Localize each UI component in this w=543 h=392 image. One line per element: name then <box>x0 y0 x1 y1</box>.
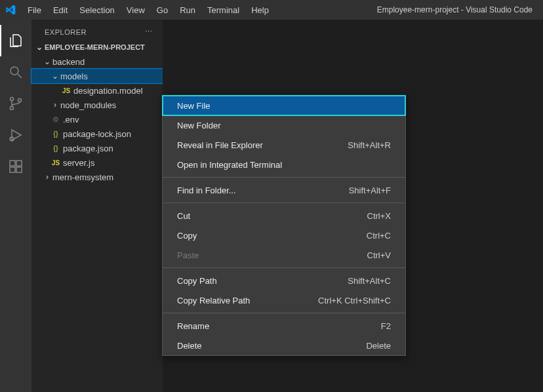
context-menu-shortcut: Ctrl+X <box>367 211 391 221</box>
activity-run-debug[interactable] <box>0 119 31 151</box>
menu-file[interactable]: File <box>22 3 47 18</box>
file-package-json[interactable]: {} package.json <box>31 141 163 155</box>
context-menu-shortcut: Delete <box>366 341 391 351</box>
svg-line-1 <box>18 74 22 78</box>
gear-icon: ⚙ <box>50 115 62 124</box>
context-menu-item[interactable]: Copy PathShift+Alt+C <box>163 271 405 290</box>
sidebar-title: EXPLORER <box>45 28 87 36</box>
folder-label: backend <box>52 57 85 67</box>
vscode-logo-icon <box>5 5 16 15</box>
context-menu-item: PasteCtrl+V <box>163 245 405 265</box>
activity-extensions[interactable] <box>0 151 31 182</box>
context-menu-shortcut: Ctrl+C <box>367 231 391 241</box>
svg-rect-8 <box>16 167 22 172</box>
context-menu-shortcut: Shift+Alt+F <box>349 186 391 195</box>
file-label: .env <box>63 115 79 125</box>
activity-bar <box>0 20 31 392</box>
file-tree: ⌄ EMPLOYEE-MERN-PROJECT ⌄ backend ⌄ mode… <box>31 40 163 184</box>
context-menu-label: New File <box>177 101 211 111</box>
context-menu-item[interactable]: Copy Relative PathCtrl+K Ctrl+Shift+C <box>163 290 405 310</box>
context-menu-label: Rename <box>177 321 209 331</box>
js-icon: JS <box>60 87 72 94</box>
context-menu-label: Find in Folder... <box>177 186 236 195</box>
context-menu-separator <box>163 177 405 178</box>
menu-run[interactable]: Run <box>174 3 201 18</box>
sidebar-header: EXPLORER ⋯ <box>31 24 163 40</box>
context-menu-label: Paste <box>177 250 199 260</box>
context-menu-item[interactable]: CutCtrl+X <box>163 206 405 225</box>
chevron-right-icon: › <box>42 172 52 182</box>
context-menu-label: Cut <box>177 211 190 221</box>
extensions-icon <box>8 159 24 174</box>
svg-point-2 <box>10 98 14 101</box>
activity-search[interactable] <box>0 56 31 88</box>
context-menu-shortcut: Shift+Alt+C <box>348 276 391 286</box>
context-menu-separator <box>163 313 405 313</box>
context-menu-item[interactable]: RenameF2 <box>163 316 405 336</box>
folder-label: mern-emsystem <box>52 172 113 182</box>
braces-icon: {} <box>50 144 62 152</box>
context-menu-shortcut: F2 <box>381 321 391 331</box>
tree-section[interactable]: ⌄ EMPLOYEE-MERN-PROJECT <box>31 40 163 54</box>
folder-node-modules[interactable]: › node_modules <box>31 98 163 112</box>
file-label: designation.model <box>73 86 143 96</box>
more-icon[interactable]: ⋯ <box>145 28 153 36</box>
svg-point-4 <box>18 99 22 102</box>
braces-icon: {} <box>50 130 62 138</box>
context-menu-item[interactable]: Open in Integrated Terminal <box>163 155 405 174</box>
menu-go[interactable]: Go <box>151 3 173 18</box>
context-menu-label: Copy Relative Path <box>177 296 250 305</box>
activity-source-control[interactable] <box>0 88 31 119</box>
svg-rect-6 <box>10 161 15 166</box>
menu-bar: File Edit Selection View Go Run Terminal… <box>22 3 274 18</box>
context-menu-shortcut: Ctrl+V <box>367 250 391 260</box>
context-menu-item[interactable]: New File <box>163 96 405 115</box>
svg-rect-7 <box>10 167 15 172</box>
context-menu-label: Delete <box>177 341 202 351</box>
menu-selection[interactable]: Selection <box>74 3 119 18</box>
context-menu-item[interactable]: CopyCtrl+C <box>163 225 405 245</box>
window-title: Employee-mern-project - Visual Studio Co… <box>377 5 533 14</box>
context-menu-item[interactable]: New Folder <box>163 115 405 135</box>
menu-edit[interactable]: Edit <box>48 3 73 18</box>
chevron-down-icon: ⌄ <box>34 43 45 52</box>
context-menu-label: Reveal in File Explorer <box>177 140 263 150</box>
context-menu-label: Copy Path <box>177 276 217 286</box>
folder-label: node_modules <box>60 100 116 110</box>
context-menu-label: Open in Integrated Terminal <box>177 160 282 170</box>
activity-explorer[interactable] <box>0 25 31 56</box>
menu-terminal[interactable]: Terminal <box>202 3 245 18</box>
menu-view[interactable]: View <box>121 3 150 18</box>
folder-label: models <box>60 71 88 81</box>
context-menu-item[interactable]: Reveal in File ExplorerShift+Alt+R <box>163 135 405 155</box>
svg-rect-9 <box>16 161 22 166</box>
file-designation-model[interactable]: JS designation.model <box>31 83 163 98</box>
context-menu-separator <box>163 267 405 268</box>
folder-models[interactable]: ⌄ models <box>31 69 163 83</box>
js-icon: JS <box>50 159 62 167</box>
svg-point-0 <box>10 67 18 75</box>
file-env[interactable]: ⚙ .env <box>31 112 163 127</box>
file-label: package.json <box>63 144 113 153</box>
file-server-js[interactable]: JS server.js <box>31 155 163 170</box>
chevron-down-icon: ⌄ <box>42 57 52 66</box>
sidebar: EXPLORER ⋯ ⌄ EMPLOYEE-MERN-PROJECT ⌄ bac… <box>31 20 163 392</box>
debug-icon <box>8 127 24 143</box>
file-label: package-lock.json <box>63 129 131 139</box>
svg-point-3 <box>10 107 14 110</box>
context-menu: New FileNew FolderReveal in File Explore… <box>162 95 406 356</box>
chevron-down-icon: ⌄ <box>50 71 60 81</box>
chevron-right-icon: › <box>50 100 60 109</box>
titlebar: File Edit Selection View Go Run Terminal… <box>0 0 543 20</box>
context-menu-item[interactable]: Find in Folder...Shift+Alt+F <box>163 180 405 200</box>
context-menu-separator <box>163 203 405 203</box>
context-menu-item[interactable]: DeleteDelete <box>163 336 405 355</box>
folder-backend[interactable]: ⌄ backend <box>31 54 163 69</box>
menu-help[interactable]: Help <box>246 3 274 18</box>
files-icon <box>8 33 24 49</box>
context-menu-shortcut: Ctrl+K Ctrl+Shift+C <box>318 296 391 305</box>
file-package-lock[interactable]: {} package-lock.json <box>31 127 163 141</box>
branch-icon <box>8 96 24 111</box>
context-menu-label: Copy <box>177 231 197 241</box>
folder-mern-emsystem[interactable]: › mern-emsystem <box>31 170 163 184</box>
